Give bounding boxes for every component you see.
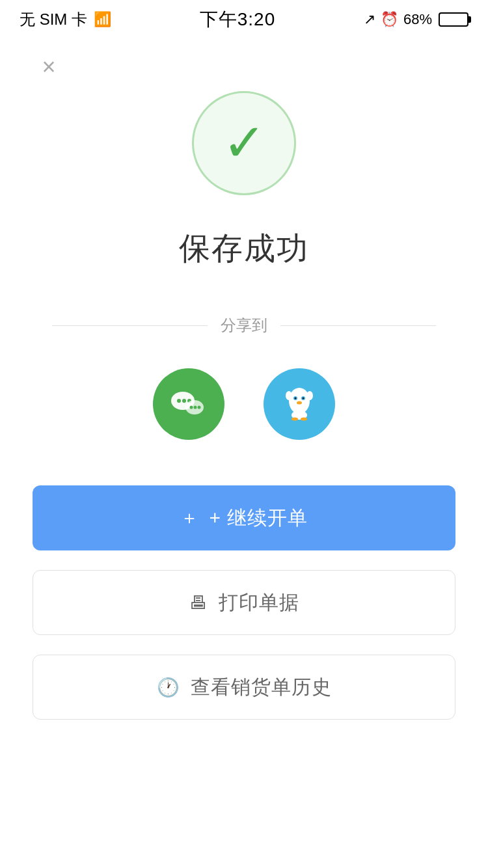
location-icon: ↗ — [364, 11, 375, 28]
svg-point-2 — [182, 399, 186, 403]
qq-icon — [277, 381, 322, 427]
status-right: ↗ ⏰ 68% — [364, 11, 468, 28]
divider-right — [280, 325, 436, 326]
battery-percent: 68% — [403, 11, 432, 28]
history-button[interactable]: 🕐 查看销货单历史 — [33, 655, 455, 720]
status-time: 下午3:20 — [200, 7, 276, 32]
share-label: 分享到 — [208, 315, 280, 336]
svg-point-1 — [177, 399, 181, 403]
close-icon: × — [42, 55, 55, 79]
checkmark-icon: ✓ — [223, 117, 266, 169]
continue-order-label: + 继续开单 — [210, 505, 308, 532]
svg-point-13 — [303, 398, 305, 400]
svg-point-18 — [306, 391, 313, 400]
svg-point-8 — [289, 388, 310, 414]
share-icons — [153, 368, 335, 440]
plus-icon: ＋ — [180, 506, 199, 530]
divider-left — [52, 325, 208, 326]
wechat-icon — [166, 381, 211, 427]
svg-point-14 — [297, 401, 302, 405]
success-circle: ✓ — [192, 91, 296, 195]
clock-icon: 🕐 — [157, 677, 180, 698]
continue-order-button[interactable]: ＋ + 继续开单 — [33, 485, 455, 550]
svg-point-7 — [198, 406, 201, 409]
history-label: 查看销货单历史 — [191, 674, 332, 701]
svg-point-15 — [291, 418, 298, 421]
print-button[interactable]: 🖶 打印单据 — [33, 570, 455, 635]
status-left: 无 SIM 卡 📶 — [20, 9, 111, 30]
battery-icon — [439, 12, 468, 27]
alarm-icon: ⏰ — [381, 11, 398, 28]
wechat-share-button[interactable] — [153, 368, 224, 440]
qq-share-button[interactable] — [264, 368, 335, 440]
svg-point-12 — [295, 398, 297, 400]
print-icon: 🖶 — [189, 592, 208, 614]
svg-point-6 — [194, 406, 197, 409]
svg-point-17 — [286, 391, 292, 400]
print-label: 打印单据 — [219, 590, 299, 616]
svg-point-5 — [190, 406, 193, 409]
svg-point-16 — [301, 418, 307, 421]
status-bar: 无 SIM 卡 📶 下午3:20 ↗ ⏰ 68% — [0, 0, 488, 39]
no-sim-text: 无 SIM 卡 — [20, 9, 87, 30]
main-content: ✓ 保存成功 分享到 — [0, 39, 488, 720]
action-buttons: ＋ + 继续开单 🖶 打印单据 🕐 查看销货单历史 — [0, 485, 488, 720]
wifi-icon: 📶 — [94, 11, 111, 28]
close-button[interactable]: × — [33, 51, 65, 83]
share-divider-row: 分享到 — [0, 315, 488, 336]
success-title: 保存成功 — [179, 228, 309, 269]
